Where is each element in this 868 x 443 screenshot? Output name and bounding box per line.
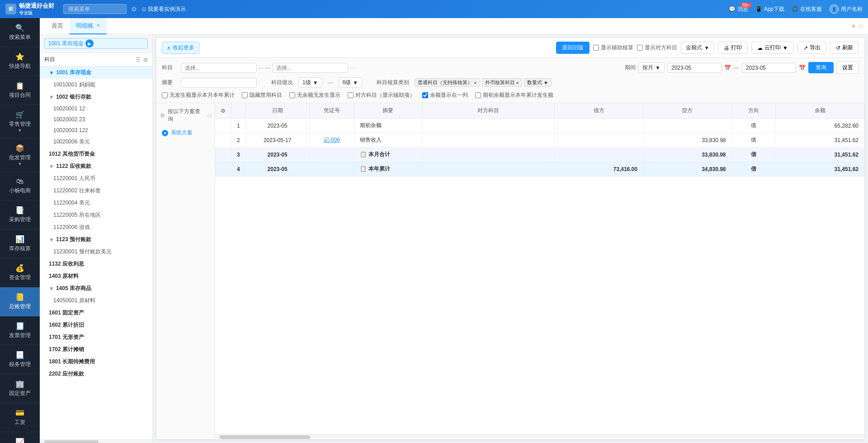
period-start-input[interactable] xyxy=(667,63,722,73)
show-assist-input[interactable] xyxy=(593,45,599,51)
tree-view-icon[interactable]: ⊞ xyxy=(143,57,148,63)
subject-end-input[interactable] xyxy=(272,63,348,73)
tree-item-11230001[interactable]: 11230001 预付账款美元 xyxy=(40,246,152,258)
filter-settings-button[interactable]: 设置 xyxy=(836,62,859,74)
tree-item-11220004[interactable]: 11220004 美元 xyxy=(40,197,152,209)
sidebar-item-purchase[interactable]: 📑 采购管理 xyxy=(0,200,40,229)
voucher-link[interactable]: 记-006 xyxy=(324,137,340,143)
sidebar-item-ecommerce[interactable]: 🛍 小畅电商 xyxy=(0,172,40,200)
tree-item-11220001[interactable]: 11220001 人民币 xyxy=(40,172,152,185)
tree-item-1701[interactable]: 1701 无形资产 xyxy=(40,331,152,343)
window-maximize-button[interactable]: □ xyxy=(859,23,863,29)
tab-home[interactable]: 首页 xyxy=(45,18,70,34)
sidebar-item-invoice[interactable]: 🧾 发票管理 xyxy=(0,316,40,345)
sidebar-item-assets[interactable]: 🏢 固定资产 xyxy=(0,374,40,403)
tree-item-11220005[interactable]: 11220005 所在地区 xyxy=(40,209,152,221)
tag-normal-subject[interactable]: 普通科目（无特殊核算） × xyxy=(415,78,480,87)
tree-item-1405[interactable]: ▼ 1405 库存商品 xyxy=(40,282,152,295)
collapse-more-button[interactable]: ∧ 收起更多 xyxy=(162,42,199,54)
checkbox-no-amount[interactable]: 无发生额显示本月本年累计 xyxy=(162,91,235,99)
tree-item-10020002[interactable]: 10020002 23 xyxy=(40,114,152,125)
level-start-dropdown[interactable]: 1级 ▼ xyxy=(298,77,322,88)
current-account-tag[interactable]: 1001 库存现金 ▶ xyxy=(44,38,148,49)
checkbox-opposite-subject-input[interactable] xyxy=(348,92,354,98)
sidebar-item-tax[interactable]: 📃 税务管理 xyxy=(0,345,40,374)
checkbox-hide-disabled-input[interactable] xyxy=(242,92,248,98)
sidebar-item-wholesale[interactable]: 📦 批发管理 ▼ xyxy=(0,138,40,172)
tree-item-1002[interactable]: ▼ 1002 银行存款 xyxy=(40,91,152,103)
account-nav-arrow[interactable]: ▶ xyxy=(85,39,94,48)
level-end-dropdown[interactable]: 6级 ▼ xyxy=(339,77,363,88)
sidebar-item-quick-nav[interactable]: ⭐ 快捷导航 xyxy=(0,47,40,76)
account-scroll-thumb[interactable] xyxy=(44,440,99,443)
cloud-print-button[interactable]: ☁ 云打印 ▼ xyxy=(751,42,794,54)
show-opposite-checkbox[interactable]: 显示对方科目 xyxy=(637,44,677,52)
schema-system-item[interactable]: ● 系统方案 xyxy=(160,127,211,139)
sidebar-item-salary[interactable]: 💳 工资 xyxy=(0,403,40,432)
period-end-input[interactable] xyxy=(742,63,796,73)
back-old-version-button[interactable]: 退回旧版 xyxy=(556,42,590,54)
checkbox-balance-in-one[interactable]: 余额显示在一列 xyxy=(422,91,468,99)
tree-item-11220006[interactable]: 11220006 游戏 xyxy=(40,221,152,233)
tree-item-11220002[interactable]: 11220002 往来标签 xyxy=(40,185,152,197)
tree-item-10020003[interactable]: 10020003 122 xyxy=(40,125,152,136)
tree-item-1132[interactable]: 1132 应收利息 xyxy=(40,258,152,270)
tab-detail[interactable]: 明细账 ✕ xyxy=(70,18,107,34)
checkbox-no-balance[interactable]: 无余额无发生显示 xyxy=(289,91,340,99)
sidebar-item-search[interactable]: 🔍 搜索菜单 xyxy=(0,18,40,47)
tree-item-1122[interactable]: ▼ 1122 应收账款 xyxy=(40,160,152,172)
tree-item-10020006[interactable]: 10020006 美元 xyxy=(40,136,152,148)
calendar-icon-2[interactable]: 📅 xyxy=(799,65,806,71)
tree-item-1601[interactable]: 1601 固定资产 xyxy=(40,307,152,319)
td-voucher[interactable]: 记-006 xyxy=(309,133,354,148)
checkbox-opening-balance-input[interactable] xyxy=(475,92,481,98)
tree-item-1801[interactable]: 1801 长期待摊费用 xyxy=(40,356,152,368)
tag-close-icon[interactable]: × xyxy=(516,80,519,86)
tree-item-1403[interactable]: 1403 原材料 xyxy=(40,270,152,282)
calendar-icon[interactable]: 📅 xyxy=(724,65,731,71)
sidebar-item-ledger[interactable]: 📒 总账管理 xyxy=(0,287,40,316)
online-service-button[interactable]: 🎧 在线客服 xyxy=(792,5,822,13)
tree-item-1702[interactable]: 1702 累计摊销 xyxy=(40,343,152,356)
refresh-button[interactable]: ↺ 刷新 xyxy=(830,42,859,54)
window-close-button[interactable]: ✕ xyxy=(851,23,856,29)
tree-item-10020001[interactable]: 10020001 12 xyxy=(40,103,152,114)
checkbox-hide-disabled[interactable]: 隐藏禁用科目 xyxy=(242,91,282,99)
checkbox-no-balance-input[interactable] xyxy=(289,92,295,98)
sidebar-item-project[interactable]: 📋 项目合同 xyxy=(0,76,40,105)
amount-format-dropdown[interactable]: 金额式 ▼ xyxy=(681,42,714,54)
notification-button[interactable]: 💬 消息 99+ xyxy=(729,5,748,13)
tree-item-1123[interactable]: ▼ 1123 预付账款 xyxy=(40,233,152,246)
tag-foreign-currency[interactable]: 外币核算科目 × xyxy=(482,78,522,87)
tag-quantity[interactable]: 数量式 ▼ xyxy=(524,78,552,87)
tag-close-icon[interactable]: × xyxy=(474,80,476,86)
tree-item-2202[interactable]: 2202 应付账款 xyxy=(40,368,152,380)
checkbox-balance-in-one-input[interactable] xyxy=(422,92,428,98)
tree-item-10010001[interactable]: 10010001 妈妈呢 xyxy=(40,79,152,91)
user-avatar[interactable]: 👤 用户名称 xyxy=(829,4,863,14)
period-type-dropdown[interactable]: 按月 ▼ xyxy=(638,62,665,73)
tree-item-1012[interactable]: 1012 其他货币资金 xyxy=(40,148,152,160)
query-button[interactable]: 查询 xyxy=(808,62,834,73)
sidebar-item-operation[interactable]: 📈 经营管理 xyxy=(0,432,40,443)
checkbox-no-amount-input[interactable] xyxy=(162,92,168,98)
tree-item-14050001[interactable]: 14050001 原材料 xyxy=(40,295,152,307)
list-view-icon[interactable]: ☰ xyxy=(136,57,141,63)
search-input[interactable] xyxy=(63,4,127,14)
schema-collapse-icon[interactable]: ◁ xyxy=(207,112,211,119)
tab-detail-close[interactable]: ✕ xyxy=(96,23,100,29)
demo-link[interactable]: ◎ 我要看实例演示 xyxy=(142,5,186,13)
show-assist-checkbox[interactable]: 显示辅助核算 xyxy=(593,44,633,52)
app-download-button[interactable]: 📱 App下载 xyxy=(755,5,784,13)
sidebar-item-retail[interactable]: 🛒 零售管理 ▼ xyxy=(0,105,40,138)
print-button[interactable]: 🖨 打印 xyxy=(718,42,748,54)
sidebar-item-inventory[interactable]: 📊 库存核算 xyxy=(0,229,40,258)
sidebar-item-capital[interactable]: 💰 资金管理 xyxy=(0,258,40,287)
settings-schema-icon[interactable]: ⚙ xyxy=(160,112,165,119)
table-scroll-thumb[interactable] xyxy=(220,435,310,439)
checkbox-opposite-subject[interactable]: 对方科目（显示辅助项） xyxy=(348,91,415,99)
checkbox-opening-balance[interactable]: 期初余额显示本年累计发生额 xyxy=(475,91,553,99)
summary-input[interactable] xyxy=(181,78,257,88)
subject-start-input[interactable] xyxy=(181,63,257,73)
settings-icon[interactable]: ⚙ xyxy=(131,5,137,13)
